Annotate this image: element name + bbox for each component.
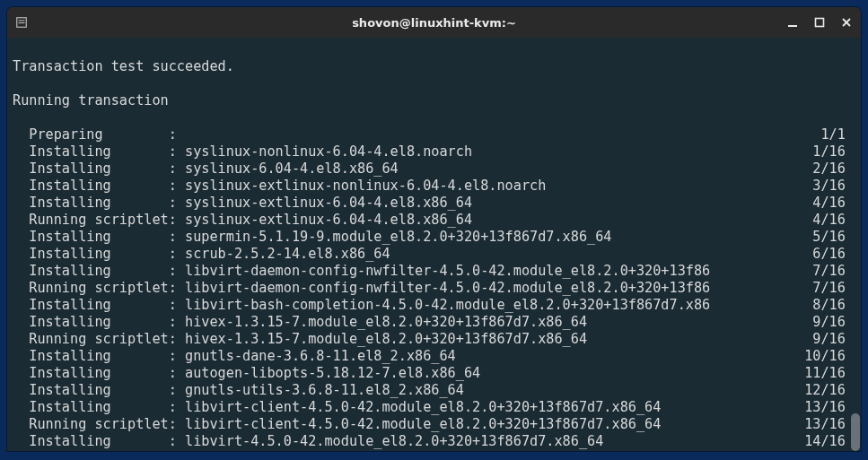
terminal-output[interactable]: Transaction test succeeded. Running tran… — [7, 38, 861, 451]
titlebar: shovon@linuxhint-kvm:~ — [7, 7, 861, 38]
app-menu-icon[interactable] — [14, 15, 29, 30]
terminal-line: Installing : autogen-libopts-5.18.12-7.e… — [13, 365, 855, 382]
terminal-line: Running transaction — [13, 92, 855, 109]
terminal-line: Running scriptlet: libvirt-client-4.5.0-… — [13, 416, 855, 433]
terminal-line: Installing : supermin-5.1.19-9.module_el… — [13, 229, 855, 246]
terminal-line: Running scriptlet: libvirt-daemon-config… — [13, 280, 855, 297]
minimize-button[interactable] — [785, 15, 800, 30]
window-title: shovon@linuxhint-kvm:~ — [352, 16, 516, 30]
terminal-line: Installing : hivex-1.3.15-7.module_el8.2… — [13, 314, 855, 331]
terminal-line: Installing : gnutls-utils-3.6.8-11.el8_2… — [13, 382, 855, 399]
terminal-line: Running scriptlet: syslinux-extlinux-6.0… — [13, 212, 855, 229]
maximize-button[interactable] — [812, 15, 827, 30]
svg-rect-4 — [816, 19, 824, 27]
terminal-line: Installing : libvirt-daemon-config-nwfil… — [13, 263, 855, 280]
svg-rect-2 — [19, 22, 25, 23]
close-button[interactable] — [839, 15, 854, 30]
terminal-line: Installing : syslinux-nonlinux-6.04-4.el… — [13, 143, 855, 161]
window-controls — [785, 15, 854, 30]
terminal-line: Installing : libvirt-4.5.0-42.module_el8… — [13, 433, 855, 450]
terminal-line: Installing : syslinux-extlinux-6.04-4.el… — [13, 195, 855, 212]
terminal-line: Installing : libguestfs-1:1.38.4-15.modu… — [13, 450, 855, 451]
terminal-line: Installing : scrub-2.5.2-14.el8.x86_646/… — [13, 246, 855, 263]
terminal-line: Running scriptlet: hivex-1.3.15-7.module… — [13, 331, 855, 348]
terminal-line: Installing : gnutls-dane-3.6.8-11.el8_2.… — [13, 348, 855, 365]
terminal-line: Installing : libvirt-client-4.5.0-42.mod… — [13, 399, 855, 416]
svg-rect-1 — [19, 20, 25, 21]
terminal-line: Installing : syslinux-6.04-4.el8.x86_642… — [13, 161, 855, 178]
terminal-line: Installing : syslinux-extlinux-nonlinux-… — [13, 178, 855, 195]
terminal-line: Installing : libvirt-bash-completion-4.5… — [13, 297, 855, 314]
scrollbar-thumb[interactable] — [851, 413, 860, 451]
terminal-line: Preparing : 1/1 — [13, 126, 855, 143]
terminal-line: Transaction test succeeded. — [13, 58, 855, 75]
terminal-window: shovon@linuxhint-kvm:~ Transaction test … — [7, 7, 861, 451]
scrollbar[interactable] — [851, 38, 860, 451]
svg-rect-3 — [788, 25, 797, 27]
